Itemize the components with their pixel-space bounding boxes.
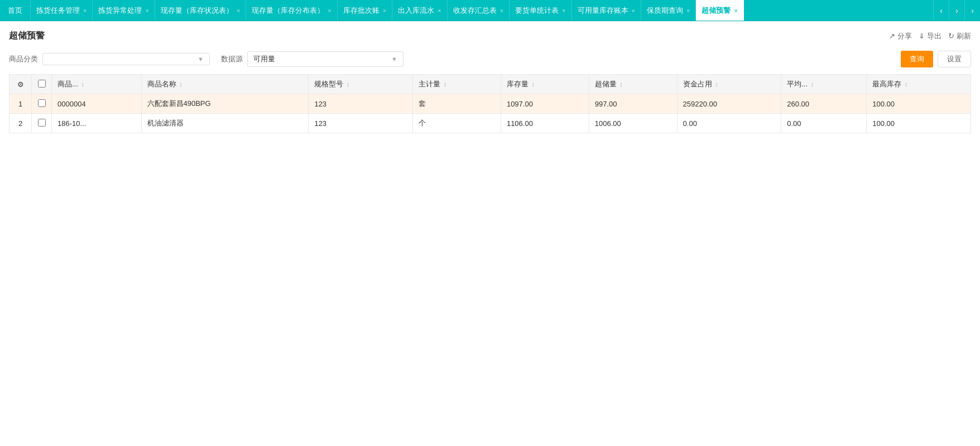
sort-icon: ↕: [444, 81, 447, 88]
nav-tab-xiancunliang1[interactable]: 现存量（库存状况表） ×: [155, 0, 246, 21]
nav-tab-yichang[interactable]: 拣货异常处理 ×: [93, 0, 155, 21]
close-icon[interactable]: ×: [686, 7, 690, 14]
cell-capital: 259220.00: [677, 94, 781, 114]
share-label: 分享: [897, 31, 912, 41]
cell-product-name: 机油滤清器: [141, 114, 309, 133]
close-icon[interactable]: ×: [438, 7, 441, 14]
nav-prev-button[interactable]: ‹: [933, 0, 949, 21]
nav-tab-pizhang[interactable]: 库存批次账 ×: [338, 0, 392, 21]
cell-avg: 0.00: [781, 114, 867, 133]
cell-index: 1: [9, 94, 32, 114]
nav-more-button[interactable]: ›: [964, 0, 980, 21]
close-icon[interactable]: ×: [237, 7, 240, 14]
nav-tab-baozhi[interactable]: 保质期查询 ×: [641, 0, 696, 21]
page-title: 超储预警: [9, 30, 45, 42]
sort-icon: ↕: [715, 81, 718, 88]
close-icon[interactable]: ×: [562, 7, 565, 14]
nav-tab-label: 可用量库存账本: [578, 6, 628, 16]
sort-icon: ↕: [179, 81, 182, 88]
cell-product-name: 六配套新昌490BPG: [141, 94, 309, 114]
sort-icon: ↕: [347, 81, 350, 88]
close-icon[interactable]: ×: [145, 7, 148, 14]
nav-tab-chaochuyujing[interactable]: 超储预警 ×: [696, 0, 743, 21]
nav-next-button[interactable]: ›: [949, 0, 964, 21]
cell-index: 2: [9, 114, 32, 133]
close-icon[interactable]: ×: [383, 7, 386, 14]
cell-product-code: 0000004: [52, 94, 142, 114]
sort-icon: ↕: [619, 81, 623, 88]
nav-tab-label: 拣货异常处理: [98, 6, 142, 16]
refresh-button[interactable]: ↻ 刷新: [948, 31, 971, 41]
th-avg[interactable]: 平均... ↕: [781, 75, 867, 94]
sort-icon: ↕: [905, 81, 908, 88]
close-icon[interactable]: ×: [632, 7, 635, 14]
cell-max-stock: 100.00: [867, 114, 971, 133]
nav-tab-jianghuo[interactable]: 拣货任务管理 ×: [31, 0, 93, 21]
th-check[interactable]: [32, 75, 52, 94]
col-label-spec: 规格型号: [314, 80, 343, 88]
col-label-max-stock: 最高库存: [872, 80, 901, 88]
nav-tab-label: 收发存汇总表: [453, 6, 497, 16]
nav-tab-label: 出入库流水: [398, 6, 434, 16]
share-button[interactable]: ↗ 分享: [889, 31, 912, 41]
th-unit[interactable]: 主计量 ↕: [413, 75, 501, 94]
refresh-icon: ↻: [948, 32, 954, 40]
nav-arrows: ‹ › ›: [933, 0, 980, 21]
nav-tab-label: 现存量（库存分布表）: [252, 6, 324, 16]
page-content: 超储预警 ↗ 分享 ⇓ 导出 ↻ 刷新 商品分类 ▼ 数据源: [0, 21, 980, 446]
datasource-label: 数据源: [221, 54, 243, 64]
nav-tab-huizong[interactable]: 收发存汇总表 ×: [448, 0, 510, 21]
nav-tab-label: 库存批次账: [343, 6, 379, 16]
category-filter: 商品分类 ▼: [9, 53, 210, 65]
cell-check[interactable]: [32, 94, 52, 114]
col-label-unit: 主计量: [419, 80, 440, 88]
nav-tab-label: 超储预警: [702, 6, 731, 16]
cell-spec: 123: [309, 94, 413, 114]
col-label-capital: 资金占用: [683, 80, 712, 88]
nav-tab-label: 拣货任务管理: [36, 6, 80, 16]
th-spec[interactable]: 规格型号 ↕: [309, 75, 413, 94]
table-header-row: ⚙ 商品... ↕ 商品名称 ↕ 规格型号 ↕: [9, 75, 971, 94]
col-label-product-code: 商品...: [57, 80, 78, 88]
nav-tab-keyongliang[interactable]: 可用量库存账本 ×: [572, 0, 641, 21]
sort-icon: ↕: [811, 81, 814, 88]
chevron-down-icon: ▼: [198, 56, 204, 62]
page-header: 超储预警 ↗ 分享 ⇓ 导出 ↻ 刷新: [9, 30, 971, 42]
select-all-checkbox[interactable]: [38, 80, 46, 88]
query-button[interactable]: 查询: [901, 51, 933, 67]
nav-home[interactable]: 首页: [0, 0, 31, 21]
nav-tab-xiancunliang2[interactable]: 现存量（库存分布表） ×: [246, 0, 337, 21]
row-checkbox[interactable]: [38, 99, 46, 107]
close-icon[interactable]: ×: [328, 7, 331, 14]
col-label-product-name: 商品名称: [147, 80, 176, 88]
th-stock[interactable]: 库存量 ↕: [501, 75, 589, 94]
row-checkbox[interactable]: [38, 119, 46, 127]
th-product-code[interactable]: 商品... ↕: [52, 75, 142, 94]
share-icon: ↗: [889, 32, 895, 40]
cell-check[interactable]: [32, 114, 52, 133]
export-icon: ⇓: [919, 32, 925, 40]
close-icon[interactable]: ×: [500, 7, 503, 14]
datasource-select[interactable]: 可用量 ▼: [247, 51, 403, 67]
th-capital[interactable]: 资金占用 ↕: [677, 75, 781, 94]
nav-tab-tongji[interactable]: 要货单统计表 ×: [510, 0, 571, 21]
category-label: 商品分类: [9, 54, 38, 64]
settings-icon: ⚙: [17, 80, 24, 89]
cell-overstock: 1006.00: [589, 114, 677, 133]
data-table: ⚙ 商品... ↕ 商品名称 ↕ 规格型号 ↕: [9, 74, 971, 133]
filter-bar: 商品分类 ▼ 数据源 可用量 ▼ 查询 设置: [9, 51, 971, 67]
cell-max-stock: 100.00: [867, 94, 971, 114]
col-label-stock: 库存量: [507, 80, 529, 88]
close-icon[interactable]: ×: [734, 7, 737, 14]
th-settings[interactable]: ⚙: [9, 75, 32, 94]
cell-product-code: 186-10...: [52, 114, 142, 133]
nav-tab-liushui[interactable]: 出入库流水 ×: [392, 0, 447, 21]
close-icon[interactable]: ×: [83, 7, 87, 14]
export-button[interactable]: ⇓ 导出: [919, 31, 941, 41]
th-product-name[interactable]: 商品名称 ↕: [141, 75, 309, 94]
action-buttons: 查询 设置: [901, 51, 971, 67]
th-overstock[interactable]: 超储量 ↕: [589, 75, 677, 94]
th-max-stock[interactable]: 最高库存 ↕: [867, 75, 971, 94]
settings-button[interactable]: 设置: [938, 51, 971, 67]
category-select[interactable]: ▼: [42, 53, 210, 65]
